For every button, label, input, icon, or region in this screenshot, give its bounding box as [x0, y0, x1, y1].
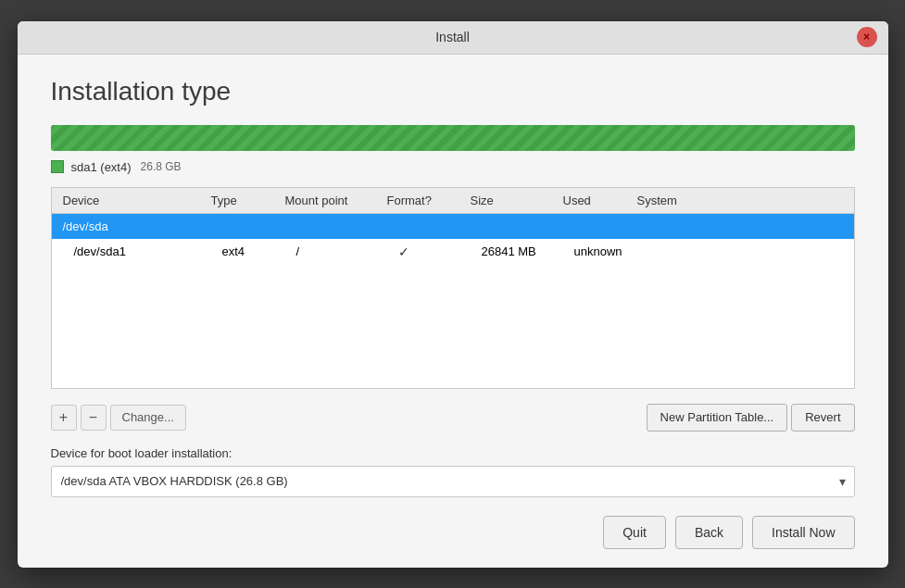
remove-partition-button[interactable]: − [81, 405, 107, 431]
add-partition-button[interactable]: + [51, 405, 77, 431]
content-area: Installation type sda1 (ext4) 26.8 GB De… [18, 55, 888, 568]
cell-type-sda1: ext4 [219, 243, 293, 260]
cell-size-sda1: 26841 MB [478, 243, 571, 260]
cell-used-sda [559, 224, 634, 228]
cell-mount-sda1: / [293, 243, 395, 260]
titlebar: Install × [18, 21, 888, 55]
bottom-buttons: Quit Back Install Now [51, 516, 855, 549]
quit-button[interactable]: Quit [603, 516, 666, 549]
close-button[interactable]: × [857, 27, 877, 47]
disk-legend: sda1 (ext4) 26.8 GB [51, 160, 855, 174]
disk-bar-fill [51, 125, 855, 151]
revert-button[interactable]: Revert [791, 404, 854, 432]
cell-type-sda [207, 224, 282, 228]
table-body: /dev/sda /dev/sda1 ext4 / ✓ 26841 MB unk… [52, 214, 854, 381]
back-button[interactable]: Back [675, 516, 743, 549]
col-format: Format? [383, 192, 467, 209]
disk-bar [51, 125, 855, 151]
bootloader-select-wrapper: /dev/sda ATA VBOX HARDDISK (26.8 GB) ▾ [51, 466, 855, 497]
install-now-button[interactable]: Install Now [752, 516, 854, 549]
cell-mount-sda [282, 224, 383, 228]
partition-table: Device Type Mount point Format? Size Use… [51, 187, 855, 389]
new-partition-table-button[interactable]: New Partition Table... [647, 404, 788, 432]
cell-system-sda [634, 224, 847, 228]
cell-device-sda1: /dev/sda1 [70, 243, 219, 260]
col-device: Device [59, 192, 207, 209]
cell-format-sda1: ✓ [395, 243, 478, 261]
window-title: Install [435, 30, 470, 44]
legend-partition-size: 26.8 GB [141, 160, 182, 173]
install-window: Install × Installation type sda1 (ext4) … [18, 21, 888, 568]
change-partition-button[interactable]: Change... [110, 405, 186, 431]
col-mountpoint: Mount point [282, 192, 383, 209]
table-row-sda[interactable]: /dev/sda [52, 214, 854, 239]
col-type: Type [207, 192, 282, 209]
legend-partition-label: sda1 (ext4) [71, 160, 132, 174]
col-size: Size [467, 192, 559, 209]
toolbar: + − Change... New Partition Table... Rev… [51, 404, 855, 432]
cell-size-sda [467, 224, 559, 228]
table-row-sda1[interactable]: /dev/sda1 ext4 / ✓ 26841 MB unknown [52, 239, 854, 265]
col-system: System [634, 192, 847, 209]
bootloader-label: Device for boot loader installation: [51, 446, 855, 460]
page-title: Installation type [51, 77, 855, 106]
bootloader-select[interactable]: /dev/sda ATA VBOX HARDDISK (26.8 GB) [51, 466, 855, 497]
cell-system-sda1 [645, 250, 847, 254]
legend-color-sda1 [51, 160, 64, 173]
table-header: Device Type Mount point Format? Size Use… [52, 188, 854, 214]
cell-device-sda: /dev/sda [59, 218, 207, 235]
bootloader-section: Device for boot loader installation: /de… [51, 446, 855, 497]
cell-format-sda [383, 224, 467, 228]
col-used: Used [559, 192, 634, 209]
cell-used-sda1: unknown [571, 243, 645, 260]
